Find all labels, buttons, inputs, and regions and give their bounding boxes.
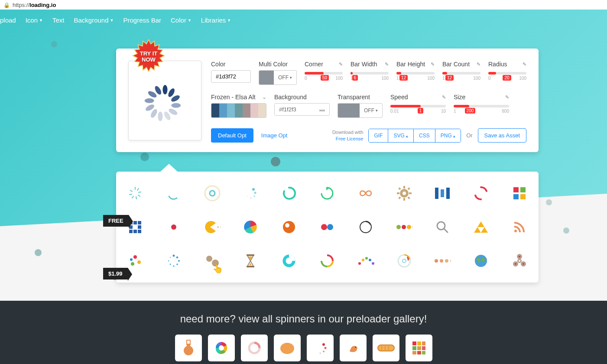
pink-ring-icon[interactable] xyxy=(241,335,268,361)
aperture-icon[interactable] xyxy=(357,218,374,236)
nav-background[interactable]: Background▼ xyxy=(74,16,114,24)
bubble xyxy=(35,249,42,256)
background-input[interactable]: #f1f2f3▬ xyxy=(274,103,330,116)
size-slider[interactable]: 1200800 xyxy=(454,103,509,114)
free-license-link[interactable]: Free License xyxy=(336,136,364,141)
color-grid-icon[interactable] xyxy=(406,335,432,361)
svg-rect-23 xyxy=(407,187,410,190)
css-button[interactable]: CSS xyxy=(414,129,435,142)
bird-icon[interactable] xyxy=(340,335,367,361)
eye-ball-icon[interactable] xyxy=(280,218,298,236)
gif-button[interactable]: GIF xyxy=(369,129,388,142)
png-button[interactable]: PNG ▴ xyxy=(435,129,461,142)
multicolor-toggle[interactable]: OFF▾ xyxy=(259,70,297,85)
bars-icon[interactable] xyxy=(434,185,451,202)
chevron-down-icon: ▾ xyxy=(290,75,292,80)
blob-icon[interactable] xyxy=(274,335,301,361)
svg-rect-116 xyxy=(422,346,425,350)
svg-rect-30 xyxy=(520,187,526,192)
palette-label: Frozen - Elsa Alt xyxy=(211,94,256,101)
image-opt-link[interactable]: Image Opt xyxy=(261,132,288,139)
radar-icon[interactable] xyxy=(396,252,413,270)
nav-libraries[interactable]: Libraries▼ xyxy=(201,16,231,24)
dotted-ring-icon[interactable] xyxy=(165,252,182,270)
svg-rect-111 xyxy=(412,341,416,345)
svg-point-13 xyxy=(253,195,255,197)
rainbow-dots-icon[interactable] xyxy=(357,252,374,270)
dual-arc-icon[interactable] xyxy=(472,185,490,202)
pill-icon[interactable] xyxy=(373,335,399,361)
aperture-color-icon[interactable] xyxy=(208,335,235,361)
edit-icon[interactable]: ✎ xyxy=(505,94,509,100)
transparent-toggle[interactable]: OFF▾ xyxy=(338,103,383,118)
magnifier-icon[interactable] xyxy=(434,218,451,236)
globe-icon[interactable] xyxy=(472,252,490,270)
svg-rect-39 xyxy=(133,230,137,233)
spinner-arc-icon[interactable] xyxy=(280,185,298,202)
fade-dots-icon[interactable] xyxy=(434,252,451,270)
free-tag: FREE xyxy=(103,215,129,227)
expand-icon[interactable]: ⌄ xyxy=(262,94,266,100)
rainbow-arc-icon[interactable] xyxy=(318,252,336,270)
edit-icon[interactable]: ✎ xyxy=(523,62,526,67)
thick-ring-icon[interactable] xyxy=(280,252,298,270)
arc-icon[interactable] xyxy=(165,185,182,202)
barheight-slider[interactable]: 112100 xyxy=(396,70,435,81)
windows-squares-icon[interactable] xyxy=(511,185,528,202)
svg-button[interactable]: SVG ▴ xyxy=(388,129,414,142)
red-dots-icon[interactable] xyxy=(307,335,334,361)
spinner-burst-icon[interactable] xyxy=(127,185,144,202)
gear-icon[interactable] xyxy=(396,185,413,202)
nav-progressbar[interactable]: Progress Bar xyxy=(123,16,161,24)
dot-icon[interactable] xyxy=(165,218,182,236)
ctrl-barwidth: Bar Width✎ 16100 xyxy=(351,61,389,85)
chevron-up-icon: ▴ xyxy=(406,134,408,138)
radius-slider[interactable]: 020100 xyxy=(488,70,526,81)
chevron-down-icon: ▼ xyxy=(110,18,114,23)
ring-circle-icon[interactable] xyxy=(204,185,221,202)
radius-label: Radius xyxy=(488,61,507,68)
nav-color[interactable]: Color▼ xyxy=(171,16,192,24)
flask-icon[interactable] xyxy=(175,335,202,361)
barwidth-slider[interactable]: 16100 xyxy=(351,70,389,81)
edit-icon[interactable]: ✎ xyxy=(339,62,343,67)
edit-icon[interactable]: ✎ xyxy=(477,62,480,67)
pacman-icon[interactable] xyxy=(204,218,221,236)
footer-icons xyxy=(0,335,607,361)
speed-slider[interactable]: 0.01110 xyxy=(390,103,446,114)
nav-upload[interactable]: pload xyxy=(0,16,16,24)
default-opt-button[interactable]: Default Opt xyxy=(211,128,253,143)
color-input[interactable] xyxy=(211,70,251,83)
edit-icon[interactable]: ✎ xyxy=(442,94,446,100)
fidget-spinner-icon[interactable] xyxy=(511,252,528,270)
triforce-icon[interactable] xyxy=(472,218,490,236)
svg-point-76 xyxy=(358,262,361,265)
svg-rect-26 xyxy=(435,188,438,199)
refresh-icon[interactable] xyxy=(318,185,336,202)
corner-slider[interactable]: 050100 xyxy=(305,70,343,81)
palette-swatches[interactable] xyxy=(211,103,266,118)
browser-address-bar: 🔒 https://loading.io xyxy=(0,0,607,10)
svg-rect-31 xyxy=(513,194,519,199)
color-dots-icon[interactable] xyxy=(127,252,144,270)
hourglass-icon[interactable] xyxy=(242,252,259,270)
svg-point-47 xyxy=(327,224,333,230)
barcount-slider[interactable]: 112100 xyxy=(442,70,480,81)
save-asset-button[interactable]: Save as Asset xyxy=(478,128,526,143)
bubble xyxy=(546,199,552,205)
two-dots-icon[interactable] xyxy=(318,218,336,236)
pie-chart-icon[interactable] xyxy=(242,218,259,236)
svg-point-106 xyxy=(355,347,356,348)
try-it-badge[interactable]: TRY IT NOW xyxy=(131,39,166,75)
traffic-dots-icon[interactable] xyxy=(396,218,413,236)
nav-text[interactable]: Text xyxy=(52,16,65,24)
nav-icon[interactable]: Icon▼ xyxy=(26,16,43,24)
edit-icon[interactable]: ✎ xyxy=(385,62,389,67)
ctrl-multicolor: Multi Color OFF▾ xyxy=(259,61,297,85)
edit-icon[interactable]: ✎ xyxy=(431,62,435,67)
color-label: Color xyxy=(211,61,251,68)
infinity-icon[interactable] xyxy=(357,185,374,202)
dots-orbit-icon[interactable] xyxy=(242,185,259,202)
rss-icon[interactable] xyxy=(511,218,528,236)
download-with-text: Download withFree License xyxy=(332,129,364,142)
